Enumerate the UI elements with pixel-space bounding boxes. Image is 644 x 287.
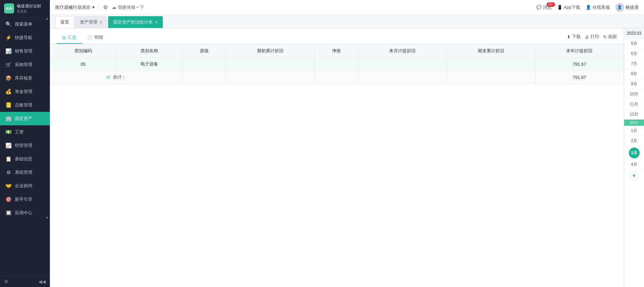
service-icon: 👤: [586, 5, 591, 10]
building-icon: 🏢: [5, 116, 11, 122]
sidebar-item-finance[interactable]: 💰 资金管理: [0, 85, 50, 98]
sidebar-logo: AtA 畅捷通好业财 普及版: [0, 0, 50, 18]
message-icon: 💬: [536, 5, 542, 10]
app-download-btn[interactable]: 📱 App下载: [557, 4, 580, 10]
topbar-right: 💬 消息 99+ 📱 App下载 👤 在线客服 👤 畅捷通: [536, 3, 639, 12]
message-btn[interactable]: 💬 消息 99+: [536, 4, 552, 10]
col-end-depr: 期末累计折旧: [447, 44, 535, 58]
collapse-sidebar-btn[interactable]: ◀◀: [38, 279, 46, 284]
tab-depreciation-close-icon[interactable]: ✕: [155, 20, 158, 25]
gear-icon: ⚙: [5, 169, 11, 176]
lightning-icon: ⚡: [5, 35, 11, 41]
sidebar-item-operations[interactable]: 📈 经营管理: [0, 139, 50, 152]
date-panel-scroll[interactable]: 5月 6月 7月 8月 9月 10月 11月 12月 2023 1月 2月 3月…: [624, 39, 644, 287]
row-net-value: [314, 58, 358, 71]
service-btn[interactable]: 👤 在线客服: [586, 4, 610, 10]
date-month-2023-1[interactable]: 1月: [624, 126, 644, 136]
refresh-btn[interactable]: ↻ 刷新: [603, 34, 617, 40]
row-name: 电子设备: [116, 58, 182, 71]
handshake-icon: 🤝: [5, 183, 11, 189]
year-2023-badge[interactable]: 2023: [624, 120, 644, 126]
download-btn[interactable]: ⬇ 下载: [567, 34, 581, 40]
depreciation-tab-label: 固定资产折旧统计表: [113, 19, 153, 25]
date-month-8[interactable]: 8月: [624, 69, 644, 79]
topbar-settings-icon[interactable]: ⚙: [103, 4, 108, 10]
table-row: 05 电子设备 791.67: [50, 58, 624, 71]
app-badge: 普及版: [17, 9, 41, 14]
row-end-depr: [447, 58, 535, 71]
book-icon: 📒: [5, 102, 11, 108]
date-month-6[interactable]: 6月: [624, 49, 644, 59]
date-panel-header: 2023.03: [624, 28, 644, 39]
subtab-detail[interactable]: 📄 明细: [82, 32, 109, 44]
table-header-row: 类别编码 类别名称 原值 期初累计折旧 净值 本月计提折旧 期末累计折旧 本年计…: [50, 44, 624, 58]
tabbar: 首页 资产管理 ✕ 固定资产折旧统计表 ✕: [50, 15, 644, 28]
user-avatar: 👤: [615, 3, 624, 12]
depreciation-table: 类别编码 类别名称 原值 期初累计折旧 净值 本月计提折旧 期末累计折旧 本年计…: [50, 44, 624, 84]
date-month-2023-2[interactable]: 2月: [624, 136, 644, 146]
sidebar-item-ledger[interactable]: 📒 总账管理: [0, 98, 50, 112]
row-original-value: [182, 58, 226, 71]
sidebar-item-search[interactable]: 🔍 搜索菜单: [0, 18, 50, 31]
date-month-2023-3-selected[interactable]: 3月: [629, 148, 640, 158]
date-month-7[interactable]: 7月: [624, 59, 644, 69]
payroll-icon: 💵: [5, 129, 11, 135]
date-month-12[interactable]: 12月: [624, 109, 644, 120]
toolbar-actions: ⬇ 下载 🖨 打印 ↻ 刷新: [567, 34, 617, 42]
total-monthly-depr: [358, 71, 447, 84]
date-panel: ✕ ⤢ 2023.03 5月 6月 7月 8月 9月 10月 11月 12月 2…: [624, 28, 644, 287]
date-month-5[interactable]: 5月: [624, 39, 644, 49]
subtabs: ◎ 汇总 📄 明细: [57, 32, 109, 44]
sidebar-item-apps[interactable]: 🔲 应用中心: [0, 206, 50, 220]
col-monthly-depr: 本月计提折旧: [358, 44, 447, 58]
sidebar-item-quick-nav[interactable]: ⚡ 快捷导航: [0, 31, 50, 44]
cart-icon: 🛒: [5, 62, 11, 68]
total-label: ⊞ 合计：: [50, 71, 182, 84]
user-menu-btn[interactable]: 👤 畅捷通: [615, 3, 639, 12]
sidebar-item-sales[interactable]: 📊 销售管理: [0, 44, 50, 58]
total-icon: ⊞: [106, 74, 110, 79]
search-icon: 🔍: [5, 21, 11, 27]
sidebar-scroll-up[interactable]: ▲: [44, 15, 50, 22]
home-tab-label: 首页: [60, 19, 69, 25]
company-chevron-icon: ▾: [92, 5, 95, 10]
tab-asset-mgmt[interactable]: 资产管理 ✕: [75, 16, 108, 28]
sidebar-item-basic-info[interactable]: 📋 基础信息: [0, 152, 50, 166]
date-scroll-down-btn[interactable]: ▼: [624, 170, 644, 182]
sidebar-item-guide[interactable]: 🎯 新手引导: [0, 193, 50, 206]
topbar: 医疗器械行业演示 ▾ ⚙ ☁ 我要体验一下 💬 消息 99+ 📱 App下载 👤…: [50, 0, 644, 15]
total-annual-depr: 791.67: [535, 71, 623, 84]
experience-btn[interactable]: ☁ 我要体验一下: [112, 4, 144, 10]
sidebar-item-purchase[interactable]: 🛒 采购管理: [0, 58, 50, 71]
sidebar-item-inventory[interactable]: 📦 库存核算: [0, 71, 50, 85]
date-month-2023-4[interactable]: 4月: [624, 160, 644, 170]
tab-home[interactable]: 首页: [55, 16, 74, 28]
sidebar-item-enterprise[interactable]: 🤝 企业协同: [0, 179, 50, 193]
print-btn[interactable]: 🖨 打印: [585, 34, 599, 40]
settings-footer-icon[interactable]: ⚙: [4, 279, 8, 284]
sidebar-scroll-down[interactable]: ▼: [44, 214, 50, 221]
col-net-value: 净值: [314, 44, 358, 58]
company-selector[interactable]: 医疗器械行业演示 ▾: [55, 4, 95, 10]
sidebar-item-fixed-assets[interactable]: 🏢 固定资产: [0, 112, 50, 125]
date-month-9[interactable]: 9月: [624, 79, 644, 89]
detail-doc-icon: 📄: [87, 35, 93, 40]
sidebar-item-payroll[interactable]: 💵 工资: [0, 125, 50, 139]
print-icon: 🖨: [585, 34, 589, 39]
app-name: 畅捷通好业财: [17, 3, 41, 9]
date-month-11[interactable]: 11月: [624, 99, 644, 109]
total-initial-depr: [226, 71, 314, 84]
col-initial-depr: 期初累计折旧: [226, 44, 314, 58]
mobile-icon: 📱: [557, 5, 562, 10]
tab-asset-mgmt-close-icon[interactable]: ✕: [99, 20, 102, 25]
date-month-10[interactable]: 10月: [624, 89, 644, 99]
tab-depreciation[interactable]: 固定资产折旧统计表 ✕: [108, 16, 163, 28]
clipboard-icon: 📋: [5, 156, 11, 162]
apps-icon: 🔲: [5, 210, 11, 216]
subtab-summary[interactable]: ◎ 汇总: [57, 32, 82, 44]
col-annual-depr: 本年计提折旧: [535, 44, 623, 58]
row-monthly-depr: [358, 58, 447, 71]
refresh-icon: ↻: [603, 34, 607, 39]
total-original-value: [182, 71, 226, 84]
sidebar-item-system[interactable]: ⚙ 系统管理: [0, 166, 50, 179]
